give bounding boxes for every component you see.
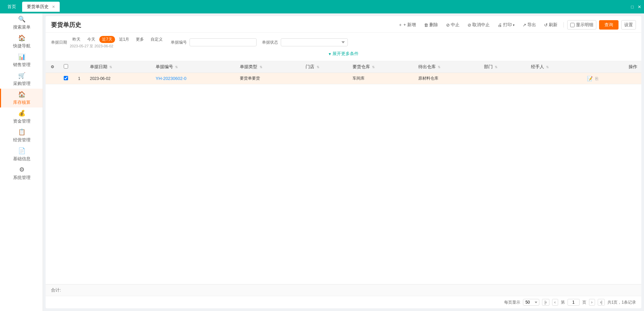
col-store[interactable]: 门店 ⇅ xyxy=(302,61,348,73)
sort-dept-icon: ⇅ xyxy=(495,65,497,69)
status-label: 单据状态 xyxy=(262,40,278,45)
page-label: 页 xyxy=(582,300,586,305)
sidebar-item-basic-info[interactable]: 📄 基础信息 xyxy=(0,145,43,164)
sidebar-item-operations[interactable]: 📋 经营管理 xyxy=(0,126,43,145)
status-filter-group: 单据状态 xyxy=(262,38,348,46)
delete-icon: 🗑 xyxy=(424,23,428,28)
next-page-button[interactable]: › xyxy=(589,299,595,306)
page-number-input[interactable] xyxy=(568,299,580,306)
row-settings-cell xyxy=(46,73,59,84)
last-page-button[interactable]: ›| xyxy=(598,299,605,306)
close-icon[interactable]: ✕ xyxy=(638,4,641,9)
pagination-bar: 每页显示 50 20 100 |‹ ‹ 第 页 › ›| 共1页，1条记录 xyxy=(46,296,641,308)
sidebar-item-purchase[interactable]: 🛒 采购管理 xyxy=(0,70,43,89)
display-detail-button[interactable]: 显示明细 xyxy=(567,20,596,30)
query-button[interactable]: 查询 xyxy=(599,20,619,30)
tab-home-label: 首页 xyxy=(7,4,16,10)
stop-button[interactable]: ⊘ 中止 xyxy=(443,20,462,29)
table-row[interactable]: 1 2023-06-02 YH-20230602-0 要货单要货 车间库 原材料… xyxy=(46,73,641,84)
sidebar-item-basicinfo-label: 基础信息 xyxy=(13,156,31,162)
settings-button[interactable]: 设置 xyxy=(621,20,636,30)
doc-no-link[interactable]: YH-20230602-0 xyxy=(156,76,186,81)
page-header: 要货单历史 ＋ + 新增 🗑 删除 ⊘ 中止 ⊘ 取消中止 xyxy=(46,16,641,33)
sidebar-item-purchase-label: 采购管理 xyxy=(13,81,31,87)
row-doc-no-cell[interactable]: YH-20230602-0 xyxy=(152,73,236,84)
prev-page-button[interactable]: ‹ xyxy=(552,299,558,306)
sidebar-item-operations-label: 经营管理 xyxy=(13,137,31,143)
cancel-stop-label: 取消中止 xyxy=(472,22,490,28)
row-edit-icon[interactable]: 📝 xyxy=(587,76,593,81)
row-dept-cell xyxy=(480,73,527,84)
operations-icon: 📋 xyxy=(18,128,25,136)
col-doc-type[interactable]: 单据类型 ⇅ xyxy=(236,61,302,73)
refresh-button[interactable]: ↺ 刷新 xyxy=(541,20,560,29)
export-button[interactable]: ↗ 导出 xyxy=(520,20,539,29)
print-dropdown-icon: ▾ xyxy=(513,23,515,27)
table-footer: 合计: xyxy=(46,284,641,296)
col-handler[interactable]: 经手人 ⇅ xyxy=(527,61,583,73)
sidebar-item-finance[interactable]: 💰 资金管理 xyxy=(0,107,43,126)
col-req-warehouse[interactable]: 要货仓库 ⇅ xyxy=(348,61,414,73)
maximize-icon[interactable]: □ xyxy=(631,4,634,9)
tab-home[interactable]: 首页 xyxy=(3,2,21,12)
col-settings[interactable]: ⚙ xyxy=(46,61,59,73)
table-wrapper: ⚙ 单据日期 ⇅ 单据编号 ⇅ xyxy=(46,61,641,284)
tab-requisition-history[interactable]: 要货单历史 ✕ xyxy=(22,2,60,12)
toolbar: ＋ + 新增 🗑 删除 ⊘ 中止 ⊘ 取消中止 🖨 打印 xyxy=(395,20,636,30)
cancel-stop-button[interactable]: ⊘ 取消中止 xyxy=(465,20,492,29)
tab-close-icon[interactable]: ✕ xyxy=(52,5,55,9)
sidebar-item-system[interactable]: ⚙ 系统管理 xyxy=(0,164,43,183)
status-select[interactable] xyxy=(281,38,348,46)
stop-icon: ⊘ xyxy=(446,23,450,28)
display-detail-label: 显示明细 xyxy=(576,22,593,28)
col-department[interactable]: 部门 ⇅ xyxy=(480,61,527,73)
refresh-icon: ↺ xyxy=(544,23,548,28)
print-label: 打印 xyxy=(503,22,512,28)
new-button[interactable]: ＋ + 新增 xyxy=(395,20,419,29)
tab-requisition-label: 要货单历史 xyxy=(27,4,49,10)
page-title: 要货单历史 xyxy=(51,21,81,29)
col-doc-no[interactable]: 单据编号 ⇅ xyxy=(152,61,236,73)
date-filter-label: 单据日期 xyxy=(51,40,67,45)
sidebar-item-inventory-label: 库存核算 xyxy=(13,99,31,105)
page-size-select[interactable]: 50 20 100 xyxy=(523,299,539,306)
date-pill-1month[interactable]: 近1月 xyxy=(116,36,132,43)
expand-more-btn[interactable]: ▾ 展开更多条件 xyxy=(51,49,636,59)
basic-info-icon: 📄 xyxy=(18,147,25,154)
date-pill-today[interactable]: 今天 xyxy=(85,36,98,43)
data-table: ⚙ 单据日期 ⇅ 单据编号 ⇅ xyxy=(46,61,641,84)
row-handler-cell xyxy=(527,73,583,84)
select-all-checkbox[interactable] xyxy=(64,64,68,69)
row-copy-icon[interactable]: ⎘ xyxy=(595,76,598,81)
export-icon: ↗ xyxy=(523,23,526,28)
table-header-row: ⚙ 单据日期 ⇅ 单据编号 ⇅ xyxy=(46,61,641,73)
page-total: 共1页，1条记录 xyxy=(607,300,636,305)
date-pill-custom[interactable]: 自定义 xyxy=(148,36,165,43)
first-page-button[interactable]: |‹ xyxy=(542,299,549,306)
sidebar-item-finance-label: 资金管理 xyxy=(13,118,31,124)
sidebar-item-search-menu[interactable]: 🔍 搜索菜单 xyxy=(0,13,43,32)
date-pill-yesterday[interactable]: 昨天 xyxy=(70,36,83,43)
col-pending-warehouse[interactable]: 待出仓库 ⇅ xyxy=(414,61,480,73)
print-button[interactable]: 🖨 打印 ▾ xyxy=(495,20,517,29)
date-pill-7days[interactable]: 近7天 xyxy=(99,36,115,43)
inventory-icon: 🏠 xyxy=(18,91,25,98)
sidebar-item-search-label: 搜索菜单 xyxy=(13,24,31,30)
date-pill-more[interactable]: 更多 xyxy=(133,36,147,43)
summary-label: 合计: xyxy=(51,287,61,293)
display-detail-checkbox[interactable] xyxy=(570,23,575,27)
col-doc-date[interactable]: 单据日期 ⇅ xyxy=(86,61,152,73)
search-menu-icon: 🔍 xyxy=(18,15,25,23)
sidebar: 🔍 搜索菜单 🏠 快捷导航 📊 销售管理 🛒 采购管理 🏠 库存核算 💰 资金管… xyxy=(0,13,43,311)
sidebar-item-quick-nav[interactable]: 🏠 快捷导航 xyxy=(0,32,43,51)
delete-button[interactable]: 🗑 删除 xyxy=(421,20,441,29)
row-num-cell: 1 xyxy=(72,73,86,84)
settings-label: 设置 xyxy=(624,22,633,28)
query-label: 查询 xyxy=(604,22,613,28)
sort-store-icon: ⇅ xyxy=(317,65,319,69)
sidebar-item-inventory[interactable]: 🏠 库存核算 xyxy=(0,89,43,107)
row-checkbox[interactable] xyxy=(64,76,68,80)
sales-icon: 📊 xyxy=(18,53,25,60)
sidebar-item-sales[interactable]: 📊 销售管理 xyxy=(0,51,43,70)
doc-no-input[interactable] xyxy=(190,38,257,46)
